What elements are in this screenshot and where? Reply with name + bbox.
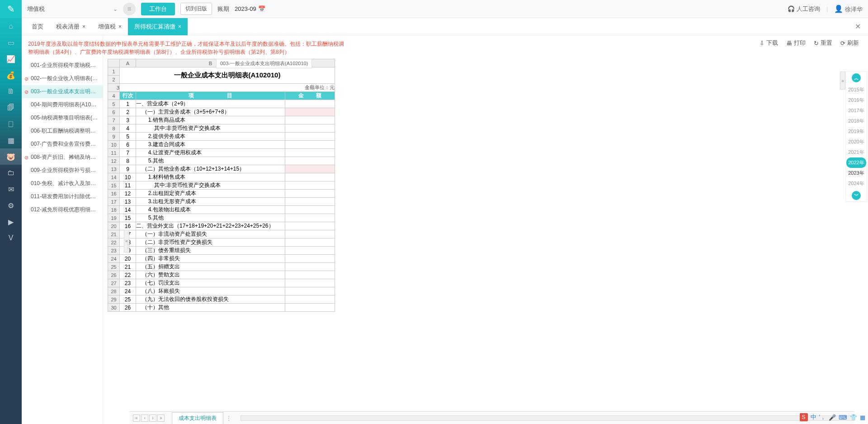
form-list-item[interactable]: 005-纳税调整项目明细表(A1...: [22, 111, 103, 124]
project-cell[interactable]: 其中:非货币性资产交换成本: [136, 124, 285, 133]
tab-close-icon[interactable]: ×: [118, 24, 122, 30]
project-cell[interactable]: 4.包装物出租成本: [136, 206, 285, 214]
amount-cell[interactable]: [285, 247, 335, 255]
row-header[interactable]: 16: [108, 190, 120, 198]
seq-cell[interactable]: 25: [120, 295, 136, 304]
download-button[interactable]: ⇩下载: [760, 39, 778, 47]
amount-cell[interactable]: [285, 116, 335, 124]
form-list-item[interactable]: 011-研发费用加计扣除优惠...: [22, 190, 103, 203]
col-header-a[interactable]: A: [120, 59, 136, 67]
sheet-tab[interactable]: 成本支出明细表: [172, 412, 223, 424]
seq-cell[interactable]: 7: [120, 149, 136, 157]
nav-chart-icon[interactable]: 📈: [0, 51, 22, 67]
workspace-button[interactable]: 工作台: [141, 3, 175, 15]
expand-handle-icon[interactable]: »: [840, 71, 845, 90]
form-list-item[interactable]: 010-免税、减计收入及加计...: [22, 177, 103, 190]
seq-cell[interactable]: 26: [120, 304, 136, 312]
seq-cell[interactable]: 6: [120, 141, 136, 149]
amount-cell[interactable]: [285, 279, 335, 287]
year-button[interactable]: 2022年: [846, 157, 866, 168]
amount-cell[interactable]: [285, 206, 335, 214]
seq-cell[interactable]: 23: [120, 279, 136, 287]
collapse-handle-icon[interactable]: «: [124, 230, 129, 252]
form-list-item[interactable]: 004-期间费用明细表(A1040...: [22, 98, 103, 111]
row-header[interactable]: 26: [108, 271, 120, 279]
spreadsheet-table[interactable]: A B C 1一般企业成本支出明细表(A102010) 2 3金额单位：元 4 …: [108, 59, 335, 312]
form-list-item[interactable]: 006-职工薪酬纳税调整明细...: [22, 124, 103, 138]
form-list-item[interactable]: 007-广告费和业务宣传费跨...: [22, 138, 103, 151]
row-header[interactable]: 24: [108, 255, 120, 263]
app-logo-icon[interactable]: ✎: [0, 0, 22, 18]
project-cell[interactable]: （七）罚没支出: [136, 279, 285, 287]
row-header[interactable]: 8: [108, 124, 120, 133]
row-header[interactable]: 7: [108, 116, 120, 124]
year-down-icon[interactable]: ︾: [852, 191, 861, 200]
project-cell[interactable]: 二、营业外支出（17+18+19+20+21+22+23+24+25+26）: [136, 222, 285, 230]
seq-cell[interactable]: 13: [120, 198, 136, 206]
ime-punct-icon[interactable]: '，: [819, 413, 826, 421]
nav-form-icon[interactable]: ⎕: [0, 116, 22, 132]
nav-video-icon[interactable]: ▶: [0, 214, 22, 230]
seq-cell[interactable]: 20: [120, 255, 136, 263]
form-list-item[interactable]: 001-企业所得税年度纳税申...: [22, 59, 103, 72]
nav-tax-icon[interactable]: 🐷: [0, 148, 22, 165]
amount-cell[interactable]: [285, 222, 335, 230]
project-cell[interactable]: 4.让渡资产使用权成本: [136, 149, 285, 157]
nav-settings-icon[interactable]: ⚙: [0, 197, 22, 214]
project-cell[interactable]: 3.建造合同成本: [136, 141, 285, 149]
seq-cell[interactable]: 12: [120, 190, 136, 198]
year-button[interactable]: 2021年: [846, 147, 866, 157]
project-cell[interactable]: （二）其他业务成本（10+12+13+14+15）: [136, 165, 285, 173]
project-cell[interactable]: （九）无法收回的债券股权投资损失: [136, 295, 285, 304]
seq-cell[interactable]: 3: [120, 116, 136, 124]
nav-inbox-icon[interactable]: ✉: [0, 181, 22, 197]
amount-cell[interactable]: [285, 190, 335, 198]
row-header[interactable]: 18: [108, 206, 120, 214]
project-cell[interactable]: （一）非流动资产处置损失: [136, 230, 285, 238]
row-header[interactable]: 27: [108, 279, 120, 287]
project-cell[interactable]: 5.其他: [136, 214, 285, 222]
row-header[interactable]: 20: [108, 222, 120, 230]
ime-mic-icon[interactable]: 🎤: [829, 414, 836, 421]
user-menu[interactable]: 👤 徐泽华: [834, 5, 863, 14]
seq-cell[interactable]: 2: [120, 108, 136, 116]
year-button[interactable]: 2017年: [846, 105, 866, 116]
amount-cell[interactable]: [285, 100, 335, 108]
seq-cell[interactable]: 9: [120, 165, 136, 173]
amount-cell[interactable]: [285, 271, 335, 279]
seq-cell[interactable]: 4: [120, 124, 136, 133]
seq-cell[interactable]: 22: [120, 271, 136, 279]
sheet-horizontal-scrollbar[interactable]: [241, 415, 854, 421]
amount-cell[interactable]: [285, 165, 335, 173]
amount-cell[interactable]: [285, 149, 335, 157]
row-header[interactable]: 17: [108, 198, 120, 206]
tab-0[interactable]: 首页: [25, 18, 50, 35]
year-button[interactable]: 2019年: [846, 126, 866, 137]
tab-2[interactable]: 增值税×: [92, 18, 128, 35]
project-cell[interactable]: （四）非常损失: [136, 255, 285, 263]
ime-logo-icon[interactable]: S: [800, 413, 808, 421]
project-cell[interactable]: （六）赞助支出: [136, 271, 285, 279]
nav-calendar-icon[interactable]: ▦: [0, 132, 22, 148]
amount-cell[interactable]: [285, 238, 335, 247]
project-cell[interactable]: （三）债务重组损失: [136, 247, 285, 255]
seq-cell[interactable]: 1: [120, 100, 136, 108]
switch-old-button[interactable]: 切到旧版: [180, 3, 212, 15]
project-cell[interactable]: 2.出租固定资产成本: [136, 190, 285, 198]
nav-doc-icon[interactable]: 🗎: [0, 83, 22, 100]
ime-shirt-icon[interactable]: 👕: [850, 414, 857, 421]
amount-cell[interactable]: [285, 108, 335, 116]
amount-cell[interactable]: [285, 255, 335, 263]
project-cell[interactable]: 3.出租无形资产成本: [136, 198, 285, 206]
year-button[interactable]: 2015年: [846, 85, 866, 95]
row-header[interactable]: 19: [108, 214, 120, 222]
row-header[interactable]: 9: [108, 133, 120, 141]
row-header[interactable]: 28: [108, 287, 120, 295]
sheet-nav-first-icon[interactable]: «: [133, 414, 140, 422]
row-header[interactable]: 6: [108, 108, 120, 116]
year-button[interactable]: 2024年: [846, 178, 866, 189]
reset-button[interactable]: ↻重置: [814, 39, 832, 47]
amount-cell[interactable]: [285, 214, 335, 222]
row-header[interactable]: 30: [108, 304, 120, 312]
seq-cell[interactable]: 16: [120, 222, 136, 230]
